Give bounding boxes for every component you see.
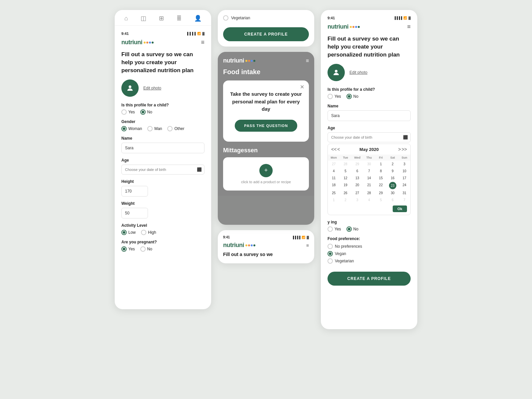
right-name-input[interactable] <box>328 110 411 121</box>
gender-other-radio[interactable] <box>167 126 173 131</box>
activity-high-option[interactable]: High <box>141 230 156 235</box>
cal-day[interactable]: 25 <box>328 190 339 197</box>
allergies-no-option[interactable]: No <box>346 226 358 232</box>
name-input[interactable] <box>121 143 204 153</box>
right-child-no-radio[interactable] <box>346 94 352 99</box>
shop-icon[interactable]: ⊞ <box>159 15 164 22</box>
cal-ok-btn[interactable]: Ok <box>393 205 407 212</box>
cal-day[interactable]: 7 <box>399 197 410 203</box>
right-child-yes-option[interactable]: Yes <box>328 94 341 99</box>
cal-day[interactable]: 28 <box>363 190 375 197</box>
right-child-no-option[interactable]: No <box>346 94 358 99</box>
child-no-radio[interactable] <box>140 109 146 115</box>
cal-day[interactable]: 13 <box>351 175 363 182</box>
cal-day-selected[interactable]: 23 <box>389 182 396 189</box>
cal-next-next-icon[interactable]: >> <box>402 147 407 152</box>
pass-question-btn[interactable]: PASS THE QUESTION <box>235 120 297 132</box>
right-date-input[interactable] <box>328 132 411 142</box>
pregnant-yes-radio[interactable] <box>121 246 127 252</box>
book-icon[interactable]: ◫ <box>141 15 146 22</box>
right-hamburger-icon[interactable]: ≡ <box>407 23 411 30</box>
activity-high-radio[interactable] <box>141 230 146 235</box>
cal-day[interactable]: 11 <box>328 175 339 182</box>
gender-other-option[interactable]: Other <box>167 126 184 131</box>
home-icon[interactable]: ⌂ <box>124 15 128 22</box>
pregnant-yes-option[interactable]: Yes <box>121 246 135 252</box>
cal-day[interactable]: 28 <box>339 161 351 168</box>
cal-day[interactable]: 20 <box>351 182 363 190</box>
pregnant-no-radio[interactable] <box>140 246 146 252</box>
cal-day[interactable]: 30 <box>387 190 398 197</box>
gender-man-option[interactable]: Man <box>147 126 162 131</box>
cal-day[interactable]: 30 <box>363 161 375 168</box>
profile-icon[interactable]: 👤 <box>194 15 201 22</box>
allergies-yes-option[interactable]: Yes <box>328 226 341 232</box>
cal-day[interactable]: 4 <box>328 168 339 175</box>
cal-day[interactable]: 21 <box>363 182 375 190</box>
cal-day[interactable]: 17 <box>399 175 410 182</box>
bottom-hamburger-icon[interactable]: ≡ <box>306 243 309 248</box>
pregnant-no-option[interactable]: No <box>140 246 152 252</box>
cal-day[interactable]: 1 <box>328 197 339 203</box>
date-input[interactable] <box>121 165 204 175</box>
child-yes-option[interactable]: Yes <box>121 109 135 115</box>
cal-day[interactable]: 24 <box>399 182 410 190</box>
cal-day[interactable]: 2 <box>387 161 398 168</box>
right-edit-photo-link[interactable]: Edit photo <box>349 70 367 75</box>
cal-day[interactable]: 1 <box>375 161 387 168</box>
cal-day[interactable]: 19 <box>339 182 351 190</box>
cal-day[interactable]: 6 <box>387 197 398 203</box>
cal-day[interactable]: 7 <box>363 168 375 175</box>
activity-low-option[interactable]: Low <box>121 230 136 235</box>
allergies-no-radio[interactable] <box>346 226 352 232</box>
pref-no-pref-radio[interactable] <box>328 244 333 249</box>
pref-vegan-radio[interactable] <box>328 251 333 256</box>
pref-vegetarian-radio[interactable] <box>328 258 333 264</box>
edit-photo-link[interactable]: Edit photo <box>143 86 161 90</box>
cal-next-icon[interactable]: > <box>398 147 401 152</box>
pref-vegetarian-option[interactable]: Vegetarian <box>328 258 411 264</box>
allergies-yes-radio[interactable] <box>328 226 333 232</box>
cal-day[interactable]: 9 <box>387 168 398 175</box>
add-circle-btn[interactable]: + <box>259 164 273 177</box>
cal-prev-prev-icon[interactable]: << <box>331 147 336 152</box>
gender-woman-option[interactable]: Woman <box>121 126 142 131</box>
child-no-option[interactable]: No <box>140 109 152 115</box>
cal-day[interactable]: 2 <box>339 197 351 203</box>
cal-day[interactable]: 14 <box>363 175 375 182</box>
right-create-profile-btn[interactable]: CREATE A PROFILE <box>328 272 411 286</box>
pref-no-pref-option[interactable]: No preferences <box>328 244 411 249</box>
pref-vegan-option[interactable]: Vegan <box>328 251 411 256</box>
hamburger-icon[interactable]: ≡ <box>201 39 204 46</box>
cal-day[interactable]: 26 <box>339 190 351 197</box>
cal-day[interactable]: 6 <box>351 168 363 175</box>
cal-prev-icon[interactable]: < <box>337 147 340 152</box>
cal-prev-nav[interactable]: << < <box>331 147 340 152</box>
cal-day[interactable]: 3 <box>351 197 363 203</box>
cal-day[interactable]: 16 <box>387 175 398 182</box>
overlay-menu-icon[interactable]: ≡ <box>306 58 309 64</box>
cal-day[interactable]: 27 <box>351 190 363 197</box>
modal-close-icon[interactable]: ✕ <box>300 84 304 90</box>
avatar[interactable] <box>121 79 139 97</box>
cal-day[interactable]: 8 <box>375 168 387 175</box>
list-icon[interactable]: ≣ <box>177 15 182 22</box>
cal-day[interactable]: 5 <box>375 197 387 203</box>
cal-day[interactable]: 29 <box>375 190 387 197</box>
cal-day[interactable]: 29 <box>351 161 363 168</box>
gender-man-radio[interactable] <box>147 126 153 131</box>
create-profile-btn-top[interactable]: CREATE A PROFILE <box>223 27 309 41</box>
gender-woman-radio[interactable] <box>121 126 127 131</box>
cal-day[interactable]: 4 <box>363 197 375 203</box>
weight-input[interactable] <box>121 208 148 218</box>
child-yes-radio[interactable] <box>121 109 127 115</box>
cal-day[interactable]: 15 <box>375 175 387 182</box>
cal-day[interactable]: 3 <box>399 161 410 168</box>
height-input[interactable] <box>121 186 148 197</box>
cal-day[interactable]: 31 <box>399 190 410 197</box>
cal-day[interactable]: 10 <box>399 168 410 175</box>
cal-day[interactable]: 27 <box>328 161 339 168</box>
vegetarian-radio[interactable] <box>223 15 228 21</box>
cal-day[interactable]: 5 <box>339 168 351 175</box>
cal-day[interactable]: 12 <box>339 175 351 182</box>
